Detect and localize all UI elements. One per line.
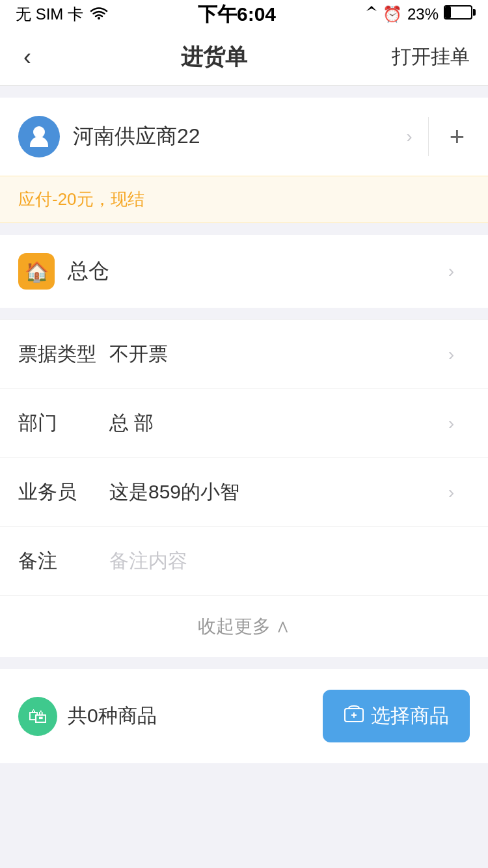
bottom-section: 🛍 共0种商品 选择商品: [0, 669, 488, 763]
select-product-icon: [344, 705, 364, 727]
battery-icon: [444, 5, 472, 23]
warehouse-card: 🏠 总仓 ›: [0, 235, 488, 308]
select-product-label: 选择商品: [371, 703, 449, 729]
section-divider-3: [0, 308, 488, 319]
ticket-type-key: 票据类型: [18, 341, 109, 368]
supplier-card: 河南供应商22 › + 应付-20元，现结: [0, 98, 488, 223]
form-card: 票据类型 不开票 › 部门 总 部 › 业务员 这是859的小智 › 备注 备注…: [0, 319, 488, 657]
warehouse-label: 总仓: [68, 257, 448, 286]
ticket-type-value: 不开票: [109, 341, 448, 368]
supplier-name: 河南供应商22: [73, 122, 406, 151]
status-time: 下午6:04: [198, 1, 276, 28]
remark-key: 备注: [18, 548, 109, 575]
notice-banner: 应付-20元，现结: [0, 176, 488, 223]
select-product-button[interactable]: 选择商品: [323, 690, 470, 742]
salesperson-value: 这是859的小智: [109, 479, 448, 506]
location-icon: [366, 5, 377, 23]
department-row[interactable]: 部门 总 部 ›: [0, 388, 488, 457]
department-value: 总 部: [109, 410, 448, 437]
product-count-label: 共0种商品: [68, 703, 157, 729]
carrier-label: 无 SIM 卡: [16, 4, 83, 25]
product-count-wrap: 🛍 共0种商品: [18, 697, 157, 736]
status-right: ⏰ 23%: [366, 5, 472, 23]
ticket-type-chevron-icon: ›: [448, 344, 454, 365]
warehouse-icon: 🏠: [25, 260, 49, 283]
collapse-toggle[interactable]: 收起更多 ∧: [0, 595, 488, 657]
department-key: 部门: [18, 410, 109, 437]
person-icon: [29, 126, 49, 147]
add-supplier-button[interactable]: +: [444, 117, 470, 157]
nav-bar: ‹ 进货单 打开挂单: [0, 29, 488, 86]
ticket-type-row[interactable]: 票据类型 不开票 ›: [0, 319, 488, 388]
salesperson-row[interactable]: 业务员 这是859的小智 ›: [0, 457, 488, 526]
department-chevron-icon: ›: [448, 413, 454, 434]
product-icon: 🛍: [28, 705, 47, 727]
salesperson-key: 业务员: [18, 479, 109, 506]
page-background: [0, 763, 488, 868]
back-button[interactable]: ‹: [18, 38, 36, 76]
collapse-label: 收起更多 ∧: [198, 614, 291, 639]
section-divider-1: [0, 86, 488, 98]
alarm-icon: ⏰: [383, 5, 402, 23]
vertical-divider: [428, 117, 429, 156]
supplier-avatar: [18, 116, 60, 157]
remark-row[interactable]: 备注 备注内容: [0, 526, 488, 595]
warehouse-chevron-icon: ›: [448, 261, 454, 282]
open-pending-button[interactable]: 打开挂单: [392, 44, 470, 70]
page-title: 进货单: [181, 42, 247, 72]
battery-percent: 23%: [407, 5, 439, 23]
status-bar: 无 SIM 卡 下午6:04 ⏰ 23%: [0, 0, 488, 29]
salesperson-chevron-icon: ›: [448, 482, 454, 503]
warehouse-icon-wrap: 🏠: [18, 253, 55, 290]
svg-point-0: [98, 17, 100, 20]
product-icon-wrap: 🛍: [18, 697, 57, 736]
supplier-row[interactable]: 河南供应商22 › +: [0, 98, 488, 176]
supplier-chevron-icon: ›: [406, 126, 412, 147]
remark-value: 备注内容: [109, 548, 470, 575]
wifi-icon: [90, 5, 108, 23]
status-left: 无 SIM 卡: [16, 4, 108, 25]
section-divider-2: [0, 223, 488, 235]
warehouse-row[interactable]: 🏠 总仓 ›: [0, 235, 488, 308]
